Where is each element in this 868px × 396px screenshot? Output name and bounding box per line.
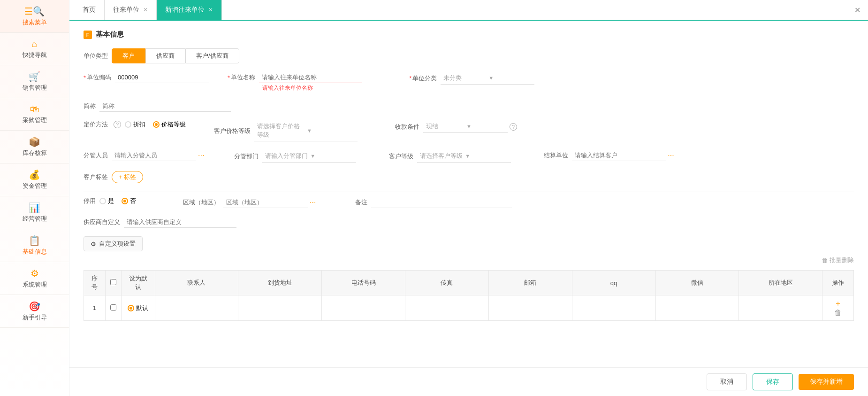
sidebar-item-basic-info[interactable]: 📋 基础信息 <box>0 229 69 262</box>
tab-bar: 首页 往来单位 ✕ 新增往来单位 ✕ ✕ <box>69 0 868 21</box>
default-radio[interactable] <box>128 305 134 311</box>
close-new-partner-tab[interactable]: ✕ <box>208 7 213 13</box>
sales-icon: 🛒 <box>29 71 40 82</box>
col-fax: 传真 <box>405 271 488 295</box>
add-row-btn[interactable]: ＋ <box>833 299 843 309</box>
save-and-new-button[interactable]: 保存并新增 <box>799 374 854 390</box>
notes-label: 备注 <box>355 198 367 207</box>
sidebar-item-search[interactable]: ☰🔍 搜索菜单 <box>0 0 69 33</box>
col-checkbox <box>106 271 122 295</box>
pricing-radio-level[interactable]: 价格等级 <box>153 120 186 129</box>
row-qq <box>572 295 655 321</box>
row-checkbox <box>106 295 122 321</box>
contact-input[interactable] <box>160 304 234 311</box>
unit-type-group: 单位类型 客户 供应商 客户/供应商 <box>84 48 239 63</box>
disabled-radio-group: 是 否 <box>99 197 136 205</box>
disabled-group: 停用 是 否 <box>84 197 136 205</box>
table-row: 1 默认 <box>84 295 854 321</box>
customer-level-select[interactable]: 请选择客户等级 ▼ <box>417 150 511 163</box>
sidebar-item-system[interactable]: ⚙ 系统管理 <box>0 262 69 295</box>
row-email <box>488 295 572 321</box>
abbreviation-input[interactable] <box>99 101 231 112</box>
section-title: 基本信息 <box>96 30 124 39</box>
category-chevron-icon: ▼ <box>488 75 532 81</box>
manager-group: 分管人员 ··· <box>84 150 206 161</box>
sidebar-item-operations[interactable]: 📊 经营管理 <box>0 196 69 229</box>
unit-name-input[interactable] <box>259 72 362 83</box>
add-tag-button[interactable]: + 标签 <box>112 171 143 183</box>
manager-input[interactable] <box>112 150 196 161</box>
region-ellipsis-btn[interactable]: ··· <box>308 198 318 207</box>
row-region-input[interactable] <box>744 304 817 311</box>
row-phone <box>322 295 405 321</box>
payment-chevron-icon: ▼ <box>466 124 505 129</box>
tags-label: 客户标签 <box>84 173 108 181</box>
pricing-help-icon[interactable]: ? <box>114 121 121 128</box>
payment-terms-label: 收款条件 <box>395 123 419 131</box>
batch-delete-label[interactable]: 批量删除 <box>830 256 854 264</box>
custom-settings-button[interactable]: ⚙ 自定义项设置 <box>84 236 143 251</box>
select-all-checkbox[interactable] <box>110 279 116 285</box>
sidebar-item-quick-nav[interactable]: ⌂ 快捷导航 <box>0 33 69 65</box>
unit-type-both[interactable]: 客户/供应商 <box>185 48 239 63</box>
level-radio-circle <box>153 121 160 128</box>
notes-input[interactable] <box>371 197 512 208</box>
supplier-custom-row: 供应商自定义 <box>84 217 854 228</box>
payment-help-icon[interactable]: ? <box>510 123 517 131</box>
customer-level-chevron-icon: ▼ <box>465 153 508 159</box>
address-input[interactable] <box>243 304 317 311</box>
manager-row: 分管人员 ··· 分管部门 请输入分管部门 ▼ 客户等级 请选择客户等级 <box>84 150 854 163</box>
save-button[interactable]: 保存 <box>753 373 793 390</box>
gear-icon: ⚙ <box>91 241 96 248</box>
disabled-yes-radio[interactable]: 是 <box>99 197 114 205</box>
customer-price-level-select[interactable]: 请选择客户价格等级 ▼ <box>254 120 358 141</box>
close-partners-tab[interactable]: ✕ <box>143 7 148 13</box>
cancel-button[interactable]: 取消 <box>707 373 747 390</box>
abbreviation-row: 简称 <box>84 101 854 112</box>
department-select[interactable]: 请输入分管部门 ▼ <box>262 150 356 163</box>
close-all-tabs-icon[interactable]: ✕ <box>854 6 860 15</box>
row-fax <box>405 295 488 321</box>
fax-input[interactable] <box>410 304 484 311</box>
customer-level-group: 客户等级 请选择客户等级 ▼ <box>389 150 511 163</box>
row-wechat <box>655 295 739 321</box>
sidebar-item-guide[interactable]: 🎯 新手引导 <box>0 295 69 328</box>
tab-partners[interactable]: 往来单位 ✕ <box>105 0 157 20</box>
sidebar-item-inventory[interactable]: 📦 库存核算 <box>0 131 69 163</box>
unit-code-input[interactable] <box>115 72 209 83</box>
customer-level-label: 客户等级 <box>389 152 413 161</box>
pricing-radio-discount[interactable]: 折扣 <box>125 120 145 129</box>
settlement-ellipsis-btn[interactable]: ··· <box>666 151 676 160</box>
unit-type-supplier[interactable]: 供应商 <box>145 48 185 63</box>
wechat-input[interactable] <box>661 304 734 311</box>
operations-icon: 📊 <box>29 202 40 213</box>
tab-new-partner[interactable]: 新增往来单位 ✕ <box>157 0 222 20</box>
tags-group: 客户标签 + 标签 <box>84 171 143 183</box>
tab-home[interactable]: 首页 <box>74 0 105 20</box>
manager-ellipsis-btn[interactable]: ··· <box>196 151 206 160</box>
unit-category-label: 单位分类 <box>412 74 437 83</box>
basic-info-icon: 📋 <box>29 235 40 246</box>
customer-price-level-group: 客户价格等级 请选择客户价格等级 ▼ <box>214 120 358 141</box>
delete-row-btn[interactable]: 🗑 <box>833 309 843 317</box>
settlement-unit-input[interactable] <box>572 150 666 161</box>
sidebar-item-finance[interactable]: 💰 资金管理 <box>0 163 69 196</box>
supplier-custom-input[interactable] <box>124 217 236 228</box>
payment-terms-select[interactable]: 现结 ▼ <box>423 120 508 133</box>
email-input[interactable] <box>494 304 567 311</box>
region-input[interactable] <box>223 197 308 208</box>
unit-type-customer[interactable]: 客户 <box>112 48 145 63</box>
customer-price-level-label: 客户价格等级 <box>214 127 251 135</box>
sidebar-item-purchase[interactable]: 🛍 采购管理 <box>0 98 69 131</box>
pricing-row: 定价方法 ? 折扣 价格等级 客户价格等级 <box>84 120 854 141</box>
department-label: 分管部门 <box>234 152 259 161</box>
sidebar-item-sales[interactable]: 🛒 销售管理 <box>0 65 69 98</box>
qq-input[interactable] <box>577 304 651 311</box>
payment-terms-group: 收款条件 现结 ▼ ? <box>395 120 517 133</box>
discount-radio-circle <box>125 121 131 128</box>
unit-name-label: 单位名称 <box>231 73 255 82</box>
phone-input[interactable] <box>327 304 400 311</box>
unit-category-select[interactable]: 未分类 ▼ <box>441 72 534 85</box>
disabled-no-radio[interactable]: 否 <box>122 197 136 205</box>
row-select-checkbox[interactable] <box>110 304 116 311</box>
